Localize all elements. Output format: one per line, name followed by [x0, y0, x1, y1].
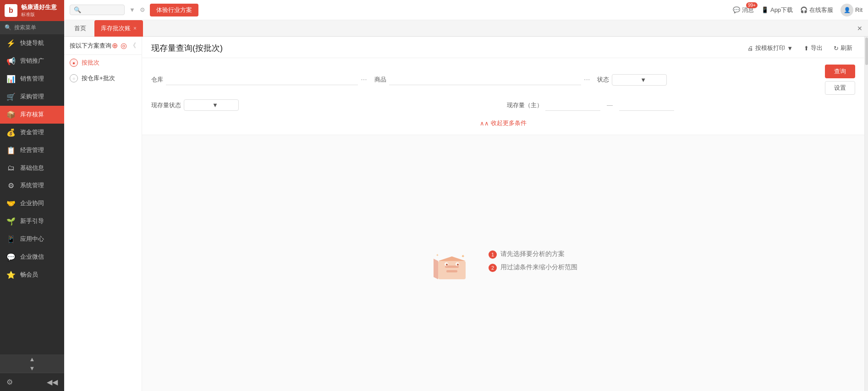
online-service-label: 在线客服: [809, 6, 833, 14]
right-scrollbar[interactable]: [864, 37, 868, 391]
collapse-icon[interactable]: ◀◀: [47, 378, 58, 386]
topbar-search-box[interactable]: 🔍: [70, 5, 125, 15]
inventory-qty-max-input[interactable]: [619, 100, 674, 111]
collapse-filter-button[interactable]: ∧∧ 收起更多条件: [151, 115, 855, 131]
topbar: 🔍 ▼ ⚙ 体验行业方案 💬 消息 99+ 📱 App下载 🎧 在线客服 �: [64, 0, 868, 20]
marketing-label: 营销推广: [20, 57, 44, 65]
sidebar-item-quick-nav[interactable]: ⚡ 快捷导航: [0, 34, 64, 52]
sidebar-item-newbie[interactable]: 🌱 新手引导: [0, 212, 64, 230]
sidebar-footer: ⚙ ◀◀: [0, 373, 64, 391]
inventory-batch-tab-label: 库存批次账: [101, 24, 131, 33]
scheme-batch-label: 按批次: [82, 59, 99, 67]
app-center-label: 应用中心: [20, 235, 44, 243]
wechat-label: 企业微信: [20, 253, 44, 261]
svg-rect-4: [446, 270, 457, 272]
sidebar-header: b 畅康通好生意 标准版: [0, 0, 64, 21]
product-dots-icon[interactable]: ···: [584, 76, 590, 84]
trial-button[interactable]: 体验行业方案: [150, 4, 198, 16]
sales-label: 销售管理: [20, 75, 44, 83]
tip-text-2: 用过滤条件来缩小分析范围: [500, 263, 577, 272]
filter-area: 仓库 ··· 商品 ··· 状态: [142, 58, 864, 135]
sidebar-item-system[interactable]: ⚙ 系统管理: [0, 177, 64, 195]
refresh-button[interactable]: ↻ 刷新: [831, 42, 855, 54]
sales-icon: 📊: [6, 75, 16, 83]
svg-point-7: [446, 264, 448, 266]
topbar-search-input[interactable]: [83, 7, 120, 13]
scheme-by-batch[interactable]: ● 按批次: [64, 55, 142, 71]
sidebar-item-app-center[interactable]: 📱 应用中心: [0, 230, 64, 248]
warehouse-input[interactable]: [166, 74, 358, 85]
sidebar-item-inventory[interactable]: 📦 库存核算: [0, 106, 64, 124]
headset-icon: 🎧: [800, 6, 808, 13]
newbie-label: 新手引导: [20, 217, 44, 225]
tab-inventory-batch[interactable]: 库存批次账 ×: [94, 20, 143, 37]
sidebar-item-purchase[interactable]: 🛒 采购管理: [0, 88, 64, 106]
search-icon: 🔍: [5, 24, 11, 31]
messages-button[interactable]: 💬 消息 99+: [733, 6, 754, 14]
page-header: 现存量查询(按批次) 🖨 按模板打印 ▼ ⬆ 导出 ↻ 刷新: [142, 37, 864, 58]
topbar-dropdown-icon[interactable]: ▼: [129, 6, 135, 13]
inventory-qty-min-input[interactable]: [545, 100, 600, 111]
tip-num-2: 2: [489, 264, 497, 272]
left-panel-header: 按以下方案查询 ⊕ ◎ 《: [64, 37, 142, 55]
sidebar-item-basic[interactable]: 🗂 基础信息: [0, 159, 64, 177]
status-dropdown[interactable]: ▼: [612, 74, 667, 86]
finance-label: 资金管理: [20, 128, 44, 136]
newbie-icon: 🌱: [6, 217, 16, 226]
sidebar-item-member[interactable]: ⭐ 畅会员: [0, 266, 64, 284]
business-label: 经营管理: [20, 146, 44, 154]
purchase-icon: 🛒: [6, 92, 16, 101]
scheme-by-warehouse-batch[interactable]: ○ 按仓库+批次: [64, 71, 142, 86]
scheme-settings-icon[interactable]: ◎: [121, 41, 127, 50]
quick-nav-icon: ⚡: [6, 39, 16, 48]
collapse-panel-icon[interactable]: 《: [130, 42, 136, 50]
sidebar-item-business[interactable]: 📋 经营管理: [0, 141, 64, 159]
message-icon: 💬: [733, 6, 740, 13]
warehouse-dots-icon[interactable]: ···: [361, 76, 367, 84]
print-button[interactable]: 🖨 按模板打印 ▼: [745, 42, 796, 54]
inventory-label: 库存核算: [20, 110, 44, 119]
inventory-status-arrow: ▼: [212, 102, 235, 109]
user-menu[interactable]: 👤 Rit: [841, 4, 863, 16]
inventory-status-dropdown[interactable]: ▼: [184, 99, 239, 111]
app-download-label: App下载: [770, 6, 793, 14]
sidebar-item-sales[interactable]: 📊 销售管理: [0, 70, 64, 88]
settings-button[interactable]: 设置: [825, 81, 855, 95]
scheme-wh-batch-icon: ○: [70, 74, 78, 82]
sidebar-search[interactable]: 🔍 搜索菜单: [0, 21, 64, 34]
filter-inventory-qty: 现存量（主） —: [507, 100, 855, 111]
left-panel-actions: ⊕ ◎ 《: [112, 41, 136, 50]
warehouse-label: 仓库: [151, 76, 163, 84]
filter-row-1: 仓库 ··· 商品 ··· 状态: [151, 65, 855, 95]
settings-icon[interactable]: ⚙: [6, 378, 13, 386]
tab-actions: ✕: [855, 23, 864, 34]
empty-state: ✦ ✦ 1 请先选择要分析的方案 2 用过滤条件来缩小分析范围: [142, 135, 864, 391]
topbar-gear-icon[interactable]: ⚙: [140, 6, 145, 13]
sidebar-item-marketing[interactable]: 📢 营销推广: [0, 52, 64, 70]
sidebar-scroll-up[interactable]: ▲: [0, 354, 64, 364]
page-actions: 🖨 按模板打印 ▼ ⬆ 导出 ↻ 刷新: [745, 42, 855, 54]
wechat-icon: 💬: [6, 253, 16, 261]
query-button[interactable]: 查询: [825, 65, 855, 78]
tab-home[interactable]: 首页: [68, 20, 93, 37]
close-tab-icon[interactable]: ×: [133, 25, 137, 32]
app-download-button[interactable]: 📱 App下载: [761, 6, 793, 14]
basic-label: 基础信息: [20, 164, 44, 172]
system-label: 系统管理: [20, 181, 44, 190]
status-dropdown-arrow: ▼: [640, 76, 663, 83]
svg-rect-3: [445, 266, 459, 268]
close-tab-button[interactable]: ✕: [855, 23, 864, 34]
filter-inventory-status: 现存量状态 ▼: [151, 99, 500, 111]
export-button[interactable]: ⬆ 导出: [801, 42, 825, 54]
sidebar-item-finance[interactable]: 💰 资金管理: [0, 124, 64, 141]
sidebar-item-enterprise[interactable]: 🤝 企业协同: [0, 195, 64, 212]
status-label: 状态: [597, 76, 609, 84]
member-icon: ⭐: [6, 271, 16, 279]
online-service-button[interactable]: 🎧 在线客服: [800, 6, 833, 14]
product-input[interactable]: [389, 74, 581, 85]
sidebar-item-wechat[interactable]: 💬 企业微信: [0, 248, 64, 266]
sidebar-scroll-down[interactable]: ▼: [0, 364, 64, 373]
add-scheme-icon[interactable]: ⊕: [112, 41, 118, 50]
svg-text:✦: ✦: [461, 254, 465, 259]
right-panel: 现存量查询(按批次) 🖨 按模板打印 ▼ ⬆ 导出 ↻ 刷新: [142, 37, 864, 391]
